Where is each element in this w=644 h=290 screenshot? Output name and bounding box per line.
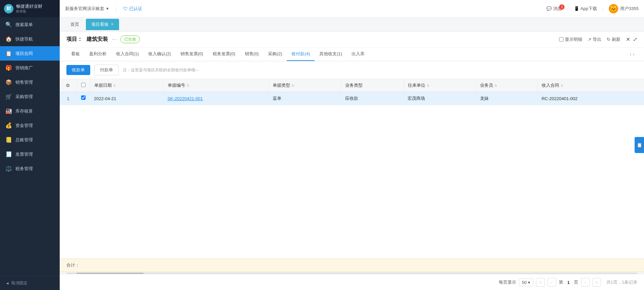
subtab-purchase[interactable]: 采购(2) [263,48,287,61]
row-type: 蓝单 [269,92,341,105]
subtab-prev-icon[interactable]: ‹ [630,51,631,57]
pagination: 每页显示 50 ▾ « ‹ 第 1 页 › » 共1页，1条记录 [60,275,644,290]
sidebar-item-label: 发票管理 [15,151,33,157]
subtab-income-contract[interactable]: 收入合同(1) [111,48,144,61]
sidebar-item-inventory[interactable]: 🏭 库存核算 [0,104,60,118]
sort-icon: ⇅ [113,84,116,87]
col-partner-label: 往来单位 [408,82,425,88]
more-options-icon[interactable]: ··· [112,37,116,43]
sidebar-item-invoice[interactable]: 🧾 发票管理 [0,147,60,161]
filter-receipt-btn[interactable]: 收款单 [66,65,90,75]
refresh-button[interactable]: ↻ 刷新 [607,37,621,43]
col-salesperson-label: 业务员 [480,82,493,88]
col-date-label: 单据日期 [94,82,112,88]
prev-page-button[interactable]: ‹ [547,278,556,287]
message-button[interactable]: 💬 消息 1 [546,6,562,12]
next-page-button[interactable]: › [581,278,590,287]
subtab-income-confirm[interactable]: 收入确认(2) [144,48,176,61]
scroll-thumb[interactable] [76,273,144,274]
col-type-label: 单据类型 [273,82,290,88]
row-number-link[interactable]: SK-20220421-001 [167,96,203,101]
export-button[interactable]: ↗ 导出 [588,37,601,43]
first-page-button[interactable]: « [536,278,545,287]
subtab-kanban[interactable]: 看板 [66,48,85,61]
project-selector[interactable]: 新服务官网演示账套 ▾ [65,6,109,12]
sidebar-unpin[interactable]: ◄ 取消固定 [0,276,60,290]
filter-payment-btn[interactable]: 付款单 [94,65,119,75]
sidebar-item-label: 总账管理 [15,137,33,143]
tab-home[interactable]: 首页 [65,19,85,30]
page-end-label: 页 [574,279,578,285]
tab-close-icon[interactable]: ✕ [111,22,114,26]
sidebar: 财 畅捷通好业财 标准版 🔍 搜索菜单 🏠 快捷导航 📋 项目合同 🎁 营销推广… [0,0,60,290]
sidebar-item-quick[interactable]: 🏠 快捷导航 [0,32,60,46]
sidebar-item-tax[interactable]: ⚖️ 税务管理 [0,161,60,176]
summary-label: 合计： [66,263,79,268]
app-download-button[interactable]: 📱 App下载 [574,6,597,12]
page-size-label: 每页显示 [499,279,516,285]
sidebar-item-label: 快捷导航 [15,36,33,42]
col-date[interactable]: 单据日期 ⇅ [90,79,163,92]
tab-kanban[interactable]: 项目看板 ✕ [86,19,119,30]
export-label: 导出 [593,37,601,43]
app-logo-icon: 财 [4,4,13,13]
content-area: 项目： 建筑安装 ··· 已生效 显示明细 ↗ 导出 ↻ 刷新 ✕ [60,31,644,290]
row-biz-type: 应收款 [341,92,404,105]
col-salesperson[interactable]: 业务员 ⇅ [476,79,538,92]
subtab-nav: ‹ › [627,51,637,57]
select-all-checkbox[interactable] [81,83,86,87]
sidebar-item-marketing[interactable]: 🎁 营销推广 [0,61,60,75]
sidebar-logo: 财 畅捷通好业财 标准版 [0,0,60,17]
right-float-button[interactable]: 📋 [635,137,644,153]
sidebar-item-contract[interactable]: 📋 项目合同 [0,46,60,61]
last-page-button[interactable]: » [592,278,601,287]
sort-icon: ⇅ [186,84,189,87]
col-biz-type-label: 业务类型 [345,83,363,88]
warehouse-icon: 🏭 [5,108,12,114]
subtab-next-icon[interactable]: › [633,51,635,57]
row-select-checkbox[interactable] [81,95,86,100]
subtab-sales[interactable]: 销售(0) [240,48,264,61]
sidebar-item-ledger[interactable]: 📒 总账管理 [0,133,60,147]
user-menu[interactable]: 🐱 用户3355 [609,4,639,13]
row-number-cell[interactable]: SK-20220421-001 [163,92,269,105]
sidebar-item-finance[interactable]: 💰 资金管理 [0,118,60,133]
col-partner[interactable]: 往来单位 ⇅ [404,79,476,92]
col-type[interactable]: 单据类型 ⇅ [269,79,341,92]
show-detail-checkbox[interactable]: 显示明细 [559,37,582,43]
sort-icon: ⇅ [291,84,294,87]
subtab-sales-invoice[interactable]: 销售发票(0) [176,48,208,61]
project-name: 新服务官网演示账套 [65,6,104,12]
sidebar-item-label: 资金管理 [15,123,33,129]
sidebar-item-search[interactable]: 🔍 搜索菜单 [0,17,60,32]
subtab-inout[interactable]: 出入库 [347,48,369,61]
col-number[interactable]: 单据编号 ⇅ [163,79,269,92]
project-actions: 显示明细 ↗ 导出 ↻ 刷新 ✕ ⤢ [559,36,637,43]
subtab-receipt[interactable]: 收付款(4) [287,48,315,61]
col-settings[interactable]: ⚙ [60,79,76,92]
subtab-tax-invoice[interactable]: 税务发票(0) [208,48,240,61]
topbar: 新服务官网演示账套 ▾ | 🛡 已认证 💬 消息 1 | 📱 App下载 | 🐱… [60,0,644,17]
settings-icon[interactable]: ⚙ [66,83,70,88]
sidebar-item-purchase[interactable]: 🛒 采购管理 [0,89,60,104]
close-window-icon[interactable]: ✕ [626,36,630,43]
table-row[interactable]: 1 2022-04-21 SK-20220421-001 蓝单 应收款 宏茂商场… [60,92,644,105]
subtab-profit[interactable]: 盈利分析 [85,48,111,61]
subtab-other-expense[interactable]: 其他收支(1) [315,48,347,61]
app-subtitle: 标准版 [16,9,42,14]
sidebar-item-sales[interactable]: 📦 销售管理 [0,75,60,89]
sort-icon: ⇅ [560,84,563,87]
col-income-contract[interactable]: 收入合同 ⇅ [538,79,644,92]
sidebar-item-label: 项目合同 [15,51,33,57]
maximize-window-icon[interactable]: ⤢ [633,36,637,43]
subtab-inout-label: 出入库 [352,51,365,56]
sidebar-item-label: 库存核算 [15,108,33,114]
sidebar-item-label: 税务管理 [15,166,33,172]
subtab-kanban-label: 看板 [71,51,80,56]
subtab-tax-invoice-label: 税务发票(0) [213,51,235,56]
show-detail-input[interactable] [559,37,564,42]
page-size-select[interactable]: 50 ▾ [519,279,533,286]
row-checkbox-cell[interactable] [76,92,90,103]
user-avatar: 🐱 [609,4,618,13]
subtab-other-expense-label: 其他收支(1) [319,51,342,56]
